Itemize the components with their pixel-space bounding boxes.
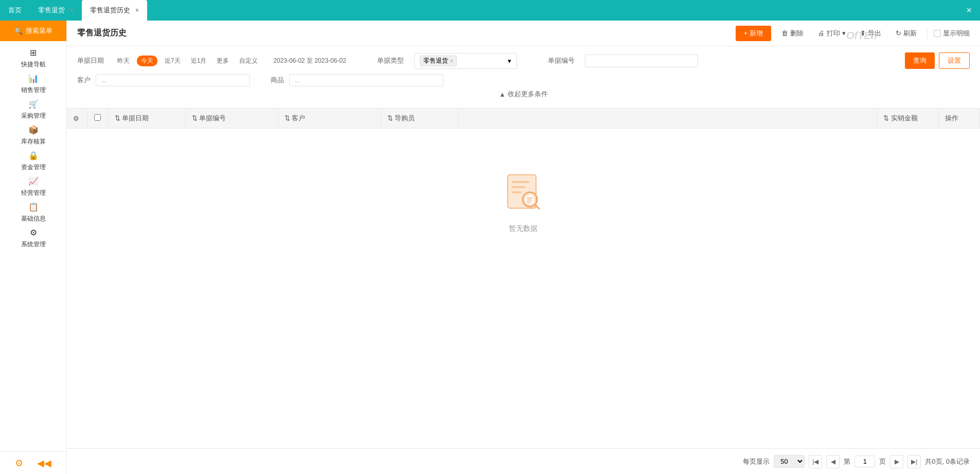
first-page-button[interactable]: |◀ <box>809 455 822 468</box>
display-toggle-checkbox[interactable] <box>934 30 941 37</box>
page-size-select[interactable]: 10 20 50 100 <box>774 455 805 468</box>
date-opt-custom[interactable]: 自定义 <box>236 56 261 66</box>
tab-retail-return[interactable]: 零售退货 × <box>30 0 82 21</box>
sidebar-item-finance[interactable]: 🔒 资金管理 <box>0 148 66 174</box>
display-toggle-label: 显示明细 <box>943 29 970 38</box>
sidebar-item-sales-mgmt[interactable]: 📊 销售管理 <box>0 71 66 97</box>
tab-retail-return-history-close[interactable]: × <box>135 7 139 14</box>
next-page-button[interactable]: ▶ <box>890 455 903 468</box>
export-label: 导出 <box>868 29 881 38</box>
add-button[interactable]: + 新增 <box>736 26 771 41</box>
query-button[interactable]: 查询 <box>905 52 935 69</box>
data-table: ⚙ ⇅ 单据日期 ⇅ 单据编号 ⇅ 客户 <box>67 108 980 275</box>
delete-icon: 🗑 <box>781 29 788 37</box>
operations-icon: 📈 <box>28 176 39 187</box>
svg-rect-2 <box>511 186 526 188</box>
page-label: 第 <box>844 457 850 466</box>
customer-filter-input[interactable]: ... <box>96 74 250 86</box>
col-operation: 操作 <box>939 108 980 129</box>
sidebar-item-base-info[interactable]: 📋 基础信息 <box>0 199 66 225</box>
date-opt-yesterday[interactable]: 昨天 <box>114 56 133 66</box>
sales-icon: 📊 <box>28 74 39 84</box>
main-layout: 🔍 搜索菜单 ⊞ 快捷导航 📊 销售管理 🛒 采购管理 📦 库存核算 🔒 <box>0 21 980 474</box>
date-range-display: 2023-06-02 至 2023-06-02 <box>273 57 346 65</box>
sidebar-item-operations[interactable]: 📈 经营管理 <box>0 174 66 199</box>
tab-home[interactable]: 首页 <box>0 0 30 21</box>
divider-1 <box>927 28 928 39</box>
total-records: 共0页, 0条记录 <box>925 457 970 466</box>
print-icon: 🖨 <box>818 29 825 37</box>
type-filter-label: 单据类型 <box>377 56 404 65</box>
empty-icon <box>500 170 546 216</box>
settings-bottom-icon[interactable]: ⚙ <box>15 458 23 469</box>
display-toggle[interactable]: 显示明细 <box>934 29 970 38</box>
quick-nav-icon: ⊞ <box>28 48 39 58</box>
col-date[interactable]: ⇅ 单据日期 <box>108 108 185 129</box>
goods-filter-label: 商品 <box>271 76 284 85</box>
last-page-button[interactable]: ▶| <box>907 455 921 468</box>
collapse-conditions[interactable]: ▲ 收起更多条件 <box>77 86 970 102</box>
col-check[interactable] <box>87 108 108 129</box>
tab-retail-return-label: 零售退货 <box>38 6 65 15</box>
sidebar-item-operations-label: 经营管理 <box>21 189 46 197</box>
filter-area: 单据日期 昨天 今天 近7天 近1月 更多 自定义 2023-06-02 至 2… <box>67 46 980 108</box>
page-suffix: 页 <box>879 457 886 466</box>
date-opt-1month[interactable]: 近1月 <box>188 56 210 66</box>
refresh-button[interactable]: ↻ 刷新 <box>892 27 921 40</box>
col-amount[interactable]: ⇅ 实销金额 <box>877 108 939 129</box>
prev-page-button[interactable]: ◀ <box>826 455 840 468</box>
sidebar-item-purchase-mgmt-label: 采购管理 <box>21 112 46 120</box>
empty-state: 暂无数据 <box>67 129 980 275</box>
system-icon: ⚙ <box>28 228 39 238</box>
sidebar-item-system[interactable]: ⚙ 系统管理 <box>0 225 66 251</box>
date-opt-7days[interactable]: 近7天 <box>162 56 184 66</box>
page-number-input[interactable]: 1 <box>854 455 875 467</box>
date-opt-more[interactable]: 更多 <box>213 56 232 66</box>
col-customer[interactable]: ⇅ 客户 <box>278 108 381 129</box>
tab-home-label: 首页 <box>8 6 22 15</box>
sidebar-search[interactable]: 🔍 搜索菜单 <box>0 21 66 41</box>
goods-filter-input[interactable]: ... <box>289 74 443 86</box>
base-info-icon: 📋 <box>28 202 39 212</box>
customer-ellipsis: ... <box>101 77 106 84</box>
sidebar-nav: ⊞ 快捷导航 📊 销售管理 🛒 采购管理 📦 库存核算 🔒 资金管理 📈 <box>0 41 66 451</box>
sidebar-search-label: 搜索菜单 <box>26 26 52 35</box>
tab-retail-return-close[interactable]: × <box>70 7 74 14</box>
filter-row-2: 客户 ... 商品 ... <box>77 74 970 86</box>
audio-bottom-icon[interactable]: ◀◀ <box>37 458 51 469</box>
num-filter-input[interactable] <box>585 54 698 67</box>
col-num[interactable]: ⇅ 单据编号 <box>185 108 278 129</box>
window-close-button[interactable]: × <box>966 5 972 16</box>
type-select-dropdown-icon: ▾ <box>508 57 511 65</box>
sidebar-item-purchase-mgmt[interactable]: 🛒 采购管理 <box>0 97 66 122</box>
type-tag-close[interactable]: × <box>450 58 453 64</box>
select-all-checkbox[interactable] <box>94 114 101 121</box>
table-area: ⚙ ⇅ 单据日期 ⇅ 单据编号 ⇅ 客户 <box>67 108 980 448</box>
col-settings[interactable]: ⚙ <box>67 108 87 129</box>
sidebar-item-finance-label: 资金管理 <box>21 163 46 172</box>
col-guide[interactable]: ⇅ 导购员 <box>381 108 458 129</box>
tab-retail-return-history[interactable]: 零售退货历史 × <box>82 0 147 21</box>
date-filter-label: 单据日期 <box>77 56 104 65</box>
type-filter-tag: 零售退货 × <box>420 56 457 66</box>
goods-filter-group: 商品 ... <box>271 74 443 86</box>
sidebar-item-base-info-label: 基础信息 <box>21 214 46 223</box>
sidebar-bottom: ⚙ ◀◀ <box>0 451 66 474</box>
date-opt-today[interactable]: 今天 <box>137 56 157 66</box>
sidebar: 🔍 搜索菜单 ⊞ 快捷导航 📊 销售管理 🛒 采购管理 📦 库存核算 🔒 <box>0 21 67 474</box>
settings-button[interactable]: 设置 <box>939 52 970 69</box>
sidebar-item-quick-nav[interactable]: ⊞ 快捷导航 <box>0 45 66 71</box>
delete-button[interactable]: 🗑 删除 <box>777 27 808 40</box>
export-icon: ⬆ <box>860 29 866 37</box>
svg-rect-3 <box>511 191 522 193</box>
sidebar-item-inventory[interactable]: 📦 库存核算 <box>0 122 66 148</box>
tab-retail-return-history-label: 零售退货历史 <box>90 6 130 15</box>
sidebar-item-sales-mgmt-label: 销售管理 <box>21 86 46 95</box>
customer-filter-group: 客户 ... <box>77 74 250 86</box>
tab-bar: 首页 零售退货 × 零售退货历史 × × <box>0 0 980 21</box>
collapse-icon: ▲ <box>499 90 506 98</box>
type-filter-select[interactable]: 零售退货 × ▾ <box>414 53 517 69</box>
pagination-bar: 每页显示 10 20 50 100 |◀ ◀ 第 1 页 ▶ ▶| 共0页, 0… <box>67 448 980 474</box>
export-button[interactable]: ⬆ 导出 <box>856 27 885 40</box>
print-button[interactable]: 🖨 打印 ▾ <box>814 27 850 40</box>
